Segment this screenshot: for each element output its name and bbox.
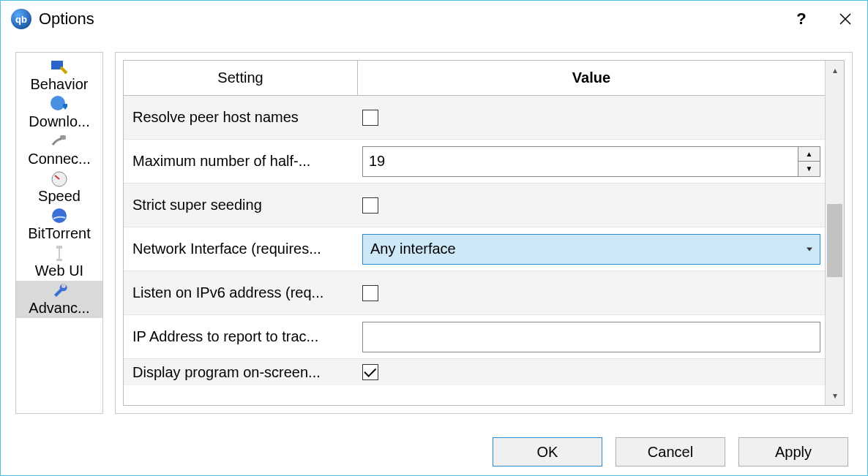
row-max-half-open: Maximum number of half-... ▲ ▼ <box>124 140 825 184</box>
sidebar-item-label: Connec... <box>28 151 91 167</box>
setting-label: IP Address to report to trac... <box>124 328 358 345</box>
setting-label: Display program on-screen... <box>124 364 358 381</box>
listen-ipv6-checkbox[interactable] <box>362 285 378 301</box>
svg-point-1 <box>50 96 65 110</box>
vertical-scrollbar[interactable]: ▴ ▾ <box>825 61 844 405</box>
sidebar-item-speed[interactable]: Speed <box>16 169 102 206</box>
resolve-peer-checkbox[interactable] <box>362 110 378 126</box>
cancel-button[interactable]: Cancel <box>616 437 725 466</box>
ok-button[interactable]: OK <box>493 437 602 466</box>
spin-up-button[interactable]: ▲ <box>798 147 820 162</box>
sidebar-item-label: Web UI <box>35 262 83 279</box>
svg-point-4 <box>52 208 67 223</box>
strict-super-seeding-checkbox[interactable] <box>362 197 378 214</box>
column-header-setting[interactable]: Setting <box>124 61 358 95</box>
window-title: Options <box>39 10 94 29</box>
column-header-value[interactable]: Value <box>358 61 825 95</box>
max-half-open-input[interactable] <box>363 147 798 176</box>
scroll-up-arrow-icon[interactable]: ▴ <box>826 61 844 80</box>
scroll-thumb[interactable] <box>827 204 842 277</box>
sidebar-item-label: BitTorrent <box>28 225 91 242</box>
wrench-icon <box>48 281 70 300</box>
setting-label: Maximum number of half-... <box>124 153 358 170</box>
dialog-footer: OK Cancel Apply <box>1 428 867 475</box>
svg-point-8 <box>61 284 66 288</box>
svg-rect-5 <box>56 246 62 249</box>
sidebar-item-label: Speed <box>38 188 81 205</box>
network-interface-combo[interactable]: Any interface <box>362 234 820 265</box>
setting-label: Resolve peer host names <box>124 109 358 126</box>
globe-swirl-icon <box>48 206 70 225</box>
sidebar-item-label: Advanc... <box>29 300 89 317</box>
row-network-interface: Network Interface (requires... Any inter… <box>124 227 825 271</box>
settings-grid: Setting Value Resolve peer host names Ma… <box>123 60 845 406</box>
tool-icon <box>48 57 70 76</box>
scroll-track[interactable] <box>826 80 844 386</box>
row-display-osd: Display program on-screen... <box>124 359 825 385</box>
sidebar-item-downloads[interactable]: Downlo... <box>16 94 102 132</box>
sidebar-item-behavior[interactable]: Behavior <box>16 57 102 94</box>
scroll-down-arrow-icon[interactable]: ▾ <box>826 386 844 405</box>
advanced-settings-panel: Setting Value Resolve peer host names Ma… <box>115 52 853 414</box>
max-half-open-spinbox[interactable]: ▲ ▼ <box>362 146 820 177</box>
spin-down-button[interactable]: ▼ <box>798 162 820 176</box>
app-icon: qb <box>11 9 31 29</box>
sidebar-item-bittorrent[interactable]: BitTorrent <box>16 206 102 243</box>
display-osd-checkbox[interactable] <box>362 364 378 380</box>
sidebar-item-webui[interactable]: Web UI <box>16 243 102 281</box>
plug-icon <box>48 132 70 151</box>
bracket-icon <box>48 243 70 262</box>
setting-label: Network Interface (requires... <box>124 241 358 257</box>
combo-value: Any interface <box>370 241 456 257</box>
row-ip-report-trackers: IP Address to report to trac... <box>124 315 825 359</box>
globe-down-icon <box>48 94 70 113</box>
titlebar: qb Options ? <box>1 1 867 37</box>
row-listen-ipv6: Listen on IPv6 address (req... <box>124 271 825 315</box>
grid-header: Setting Value <box>124 61 825 96</box>
svg-rect-7 <box>56 259 62 261</box>
setting-label: Listen on IPv6 address (req... <box>124 284 358 301</box>
main-area: Behavior Downlo... Connec... Speed BitTo… <box>1 37 867 428</box>
row-strict-super-seeding: Strict super seeding <box>124 184 825 227</box>
sidebar-item-connection[interactable]: Connec... <box>16 132 102 169</box>
help-button[interactable]: ? <box>779 1 823 37</box>
sidebar-item-label: Downlo... <box>29 113 89 130</box>
apply-button[interactable]: Apply <box>738 437 848 466</box>
svg-rect-6 <box>59 249 60 259</box>
gauge-icon <box>48 169 70 188</box>
sidebar-item-advanced[interactable]: Advanc... <box>16 281 102 318</box>
sidebar-item-label: Behavior <box>31 76 89 93</box>
ip-report-textbox[interactable] <box>362 322 820 352</box>
row-resolve-peer-host-names: Resolve peer host names <box>124 96 825 140</box>
category-sidebar: Behavior Downlo... Connec... Speed BitTo… <box>15 52 103 414</box>
close-button[interactable] <box>823 1 867 37</box>
setting-label: Strict super seeding <box>124 197 358 214</box>
